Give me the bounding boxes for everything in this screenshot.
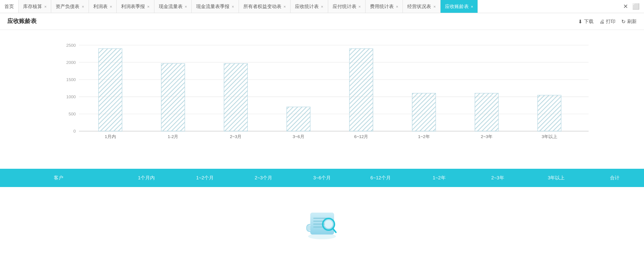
tab-cashflow-close[interactable]: ×	[185, 4, 187, 9]
bar-6-12-month	[349, 49, 373, 131]
tab-home-label: 首页	[4, 3, 14, 10]
col-2-3y: 2~3年	[468, 175, 527, 181]
tab-ar-aging-close[interactable]: ×	[471, 4, 473, 9]
main-content: 0 500 1000 1500 2000 2500 1月内 1-2月	[0, 30, 644, 263]
tab-profit-q-label: 利润表季报	[121, 3, 145, 10]
header-actions: ⬇ 下载 🖨 打印 ↻ 刷新	[578, 18, 637, 25]
tab-ap-stat-label: 应付统计表	[333, 3, 356, 10]
tab-bar-controls: ✕ ⬜	[622, 1, 644, 11]
svg-rect-25	[313, 218, 327, 219]
bar-1-2-month	[161, 64, 185, 131]
bar-2-3-month	[224, 64, 247, 131]
download-icon: ⬇	[578, 19, 583, 24]
svg-text:2~3月: 2~3月	[230, 134, 242, 139]
chart-area: 0 500 1000 1500 2000 2500 1月内 1-2月	[0, 30, 644, 169]
col-1-2y: 1~2年	[410, 175, 468, 181]
tab-ar-stat-close[interactable]: ×	[321, 4, 323, 9]
tab-operation-close[interactable]: ×	[433, 4, 435, 9]
tab-profit-label: 利润表	[93, 3, 108, 10]
svg-point-32	[306, 224, 311, 232]
svg-point-30	[325, 220, 333, 228]
svg-text:3年以上: 3年以上	[542, 134, 557, 139]
download-label: 下载	[584, 18, 594, 25]
tab-cashflow[interactable]: 现金流量表 ×	[154, 0, 192, 13]
svg-text:2500: 2500	[66, 43, 76, 47]
window-close-button[interactable]: ✕	[622, 1, 629, 11]
tab-ar-stat-label: 应收统计表	[295, 3, 319, 10]
svg-text:1月内: 1月内	[105, 134, 116, 139]
page-title: 应收账龄表	[7, 18, 37, 25]
tab-cashflow-q-close[interactable]: ×	[232, 4, 234, 9]
tab-profit[interactable]: 利润表 ×	[89, 0, 117, 13]
col-customer: 客户	[0, 175, 117, 181]
tab-inventory[interactable]: 库存核算 ×	[19, 0, 51, 13]
tab-cashflow-label: 现金流量表	[159, 3, 183, 10]
tab-profit-close[interactable]: ×	[110, 4, 112, 9]
tab-equity-close[interactable]: ×	[284, 4, 286, 9]
window-maximize-button[interactable]: ⬜	[631, 1, 641, 11]
bar-chart: 0 500 1000 1500 2000 2500 1月内 1-2月	[15, 37, 629, 147]
refresh-label: 刷新	[627, 18, 637, 25]
svg-text:2~3年: 2~3年	[481, 134, 493, 139]
svg-text:1~2年: 1~2年	[418, 134, 430, 139]
col-6-12m: 6~12个月	[351, 175, 410, 181]
bar-1-2-year	[412, 93, 435, 131]
tab-cashflow-q[interactable]: 现金流量表季报 ×	[192, 0, 239, 13]
tab-operation-label: 经营状况表	[407, 3, 431, 10]
tab-ar-aging[interactable]: 应收账龄表 ×	[441, 0, 478, 13]
page-header: 应收账龄表 ⬇ 下载 🖨 打印 ↻ 刷新	[0, 13, 644, 30]
tab-expense[interactable]: 费用统计表 ×	[366, 0, 403, 13]
print-button[interactable]: 🖨 打印	[599, 18, 615, 25]
svg-text:3~6月: 3~6月	[293, 134, 304, 139]
tab-home[interactable]: 首页	[0, 0, 19, 13]
svg-rect-27	[313, 224, 326, 225]
print-icon: 🖨	[599, 19, 604, 24]
col-3-plus: 3年以上	[527, 175, 585, 181]
svg-text:1500: 1500	[66, 77, 76, 82]
tab-equity[interactable]: 所有者权益变动表 ×	[239, 0, 291, 13]
tab-bar: 首页 库存核算 × 资产负债表 × 利润表 × 利润表季报 × 现金流量表 × …	[0, 0, 644, 13]
tab-equity-label: 所有者权益变动表	[243, 3, 281, 10]
svg-text:1000: 1000	[66, 94, 76, 99]
svg-text:6~12月: 6~12月	[354, 134, 368, 139]
col-3-6m: 3~6个月	[293, 175, 351, 181]
empty-state	[0, 187, 644, 263]
print-label: 打印	[606, 18, 615, 25]
tab-inventory-label: 库存核算	[23, 3, 42, 10]
col-1-2m: 1~2个月	[176, 175, 234, 181]
tab-ar-aging-label: 应收账龄表	[445, 3, 469, 10]
svg-text:1-2月: 1-2月	[168, 134, 178, 139]
empty-illustration	[300, 202, 344, 242]
tab-inventory-close[interactable]: ×	[44, 4, 46, 9]
col-total: 合计	[585, 175, 644, 181]
download-button[interactable]: ⬇ 下载	[578, 18, 594, 25]
tab-cashflow-q-label: 现金流量表季报	[196, 3, 229, 10]
tab-operation[interactable]: 经营状况表 ×	[403, 0, 440, 13]
tab-ar-stat[interactable]: 应收统计表 ×	[291, 0, 328, 13]
table-header: 客户 1个月内 1~2个月 2~3个月 3~6个月 6~12个月 1~2年 2~…	[0, 169, 644, 187]
svg-text:2000: 2000	[66, 60, 76, 65]
tab-balance[interactable]: 资产负债表 ×	[51, 0, 89, 13]
col-1m: 1个月内	[117, 175, 176, 181]
bar-3-plus-year	[538, 95, 561, 132]
tab-balance-close[interactable]: ×	[82, 4, 84, 9]
col-2-3m: 2~3个月	[234, 175, 293, 181]
tab-profit-q[interactable]: 利润表季报 ×	[117, 0, 154, 13]
tab-expense-label: 费用统计表	[370, 3, 394, 10]
bar-1-month	[98, 49, 122, 131]
svg-rect-28	[313, 226, 323, 228]
chart-container: 0 500 1000 1500 2000 2500 1月内 1-2月	[15, 37, 629, 147]
svg-rect-26	[313, 221, 324, 222]
bar-3-6-month	[287, 107, 310, 131]
tab-ap-stat[interactable]: 应付统计表 ×	[328, 0, 366, 13]
tab-ap-stat-close[interactable]: ×	[359, 4, 361, 9]
refresh-icon: ↻	[621, 19, 626, 24]
bar-2-3-year	[475, 93, 498, 131]
refresh-button[interactable]: ↻ 刷新	[621, 18, 637, 25]
tab-profit-q-close[interactable]: ×	[147, 4, 149, 9]
svg-text:500: 500	[69, 111, 76, 116]
svg-text:0: 0	[74, 129, 76, 133]
tab-expense-close[interactable]: ×	[396, 4, 398, 9]
tab-balance-label: 资产负债表	[56, 3, 79, 10]
